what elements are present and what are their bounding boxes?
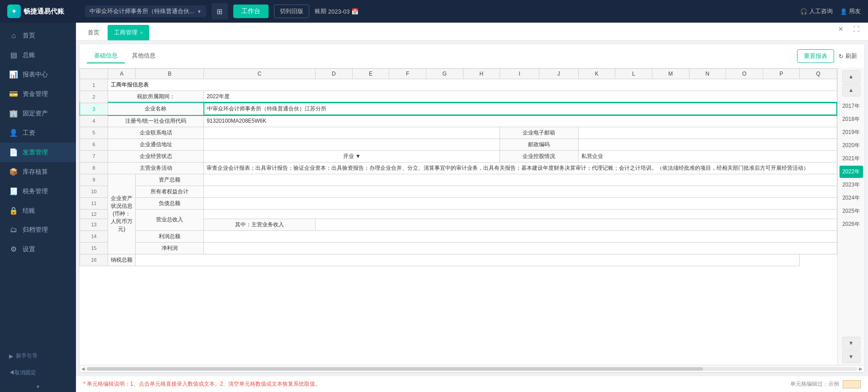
table-title-cell[interactable]: 工商年报信息表: [108, 79, 837, 91]
main-biz-value[interactable]: 审查企业会计报表；出具审计报告；验证企业资本；出具验资报告；办理企业合并、分立、…: [204, 162, 837, 174]
total-tax-value[interactable]: [136, 254, 800, 266]
topbar: ✦ 畅捷通易代账 中审众环会计师事务所（特殊普通合伙... ▼ ⊞ 工作台 切到…: [0, 0, 868, 23]
scroll-left-icon[interactable]: ◀: [81, 366, 85, 371]
sidebar-scroll-down[interactable]: ▼: [0, 381, 76, 392]
year-item-2021[interactable]: 2021年: [840, 153, 863, 165]
reg-no-value[interactable]: 91320100MA208E5W6K: [204, 115, 837, 127]
year-nav-up2[interactable]: ▲: [842, 84, 860, 96]
table-row: 3 企业名称 中审众环会计师事务所（特殊普通合伙）江苏分所: [80, 103, 837, 115]
tab-bizreg-label: 工商管理: [114, 29, 137, 37]
sidebar-item-salary[interactable]: 👤 工资: [0, 123, 76, 143]
year-item-2017[interactable]: 2017年: [840, 100, 863, 112]
sidebar-item-funds[interactable]: 💳 资金管理: [0, 84, 76, 104]
year-nav-up[interactable]: ▲: [842, 70, 860, 83]
equity-value[interactable]: [204, 186, 837, 197]
sub-tab-basic[interactable]: 基础信息: [87, 49, 125, 63]
row-num: 16: [80, 254, 108, 266]
tab-bizreg[interactable]: 工商管理 ×: [108, 25, 149, 40]
col-header-p: P: [763, 69, 800, 79]
table-row: 11 负债总额: [80, 197, 837, 209]
company-name-value[interactable]: 中审众环会计师事务所（特殊普通合伙）江苏分所: [204, 103, 837, 115]
bottom-scroll[interactable]: ◀ ▶: [80, 365, 864, 372]
reports-icon: 📊: [9, 70, 18, 79]
scroll-track[interactable]: [87, 367, 857, 371]
sidebar-item-assets[interactable]: 🏢 固定资产: [0, 104, 76, 123]
year-nav-down[interactable]: ▼: [842, 337, 860, 349]
user-menu[interactable]: 👤 用友: [840, 7, 861, 15]
row-num: 15: [80, 242, 108, 254]
phone-value[interactable]: [204, 127, 500, 139]
unpin-toggle[interactable]: ◀取消固定: [0, 364, 76, 381]
sidebar-label-ledger: 总账: [23, 51, 35, 59]
service-button[interactable]: 🎧 人工咨询: [800, 7, 833, 15]
postal-value[interactable]: [578, 139, 837, 150]
biz-status-value[interactable]: 开业 ▼: [204, 150, 500, 162]
year-item-2025[interactable]: 2025年: [840, 205, 863, 217]
reset-button[interactable]: 重置报表: [797, 49, 834, 63]
workbench-button[interactable]: 工作台: [233, 5, 269, 18]
year-item-2019[interactable]: 2019年: [840, 126, 863, 139]
sidebar-item-close[interactable]: 🔒 结账: [0, 201, 76, 220]
year-item-2020[interactable]: 2020年: [840, 139, 863, 152]
row-num: 6: [80, 139, 108, 150]
topbar-right: 🎧 人工咨询 👤 用友: [800, 7, 861, 15]
period-display: 账期 2023-03 📅: [315, 7, 359, 15]
address-value[interactable]: [204, 139, 500, 150]
row-num: 11: [80, 197, 108, 209]
email-value[interactable]: [578, 127, 837, 139]
old-version-button[interactable]: 切到旧版: [274, 5, 309, 18]
year-item-2022[interactable]: 2022年: [840, 166, 863, 178]
toolbar-right: 重置报表 ↻ 刷新: [797, 49, 857, 63]
col-header-e: E: [352, 69, 389, 79]
sidebar-item-archive[interactable]: 🗂 归档管理: [0, 220, 76, 239]
sidebar-item-settings[interactable]: ⚙ 设置: [0, 239, 76, 259]
sidebar-item-ledger[interactable]: ▤ 总账: [0, 45, 76, 65]
new-guide-toggle[interactable]: ▶ 新手引导: [0, 348, 76, 364]
edit-sample-box: [843, 380, 861, 388]
tax-period-value[interactable]: 2022年度: [204, 91, 837, 103]
company-icon-btn[interactable]: ⊞: [212, 3, 228, 19]
tab-home-label: 首页: [88, 29, 99, 37]
tab-home[interactable]: 首页: [81, 25, 106, 40]
table-row: 12 营业总收入: [80, 209, 837, 219]
net-profit-label: 净利润: [136, 242, 204, 254]
year-item-2018[interactable]: 2018年: [840, 113, 863, 125]
year-item-2024[interactable]: 2024年: [840, 192, 863, 204]
year-nav-down2[interactable]: ▼: [842, 350, 860, 363]
sidebar-item-reports[interactable]: 📊 报表中心: [0, 65, 76, 84]
col-header-h: H: [463, 69, 500, 79]
table-row: 2 税款所属期间： 2022年度: [80, 91, 837, 103]
sub-tab-other[interactable]: 其他信息: [125, 49, 163, 63]
year-item-2023[interactable]: 2023年: [840, 179, 863, 191]
refresh-button[interactable]: ↻ 刷新: [839, 52, 857, 60]
company-selector[interactable]: 中审众环会计师事务所（特殊普通合伙... ▼: [85, 5, 206, 17]
row-num: 4: [80, 115, 108, 127]
total-assets-value[interactable]: [204, 174, 837, 186]
sidebar-label-invoice: 发票管理: [23, 148, 48, 157]
expand-button[interactable]: ⛶: [850, 23, 863, 35]
sidebar-label-close: 结账: [23, 207, 35, 215]
scroll-thumb[interactable]: [87, 367, 703, 371]
scroll-right-icon[interactable]: ▶: [859, 366, 863, 371]
col-header-i: I: [500, 69, 539, 79]
revenue-value[interactable]: [204, 209, 837, 219]
sidebar-label-reports: 报表中心: [23, 71, 48, 79]
year-item-2026[interactable]: 2026年: [840, 218, 863, 230]
corner-cell: [80, 69, 108, 79]
row-num: 1: [80, 79, 108, 91]
tab-close-icon[interactable]: ×: [140, 30, 143, 35]
calendar-icon[interactable]: 📅: [351, 8, 359, 15]
close-button[interactable]: ✕: [835, 23, 847, 35]
holding-value[interactable]: 私营企业: [578, 150, 837, 162]
liabilities-value[interactable]: [204, 197, 837, 209]
sidebar-item-inventory[interactable]: 📦 库存核算: [0, 162, 76, 182]
sidebar-item-home[interactable]: ⌂ 首页: [0, 26, 76, 45]
grid-wrapper[interactable]: A B C D E F G H I J: [80, 68, 837, 365]
main-revenue-value[interactable]: [316, 219, 837, 230]
sidebar-item-tax[interactable]: 🧾 税务管理: [0, 182, 76, 201]
table-row: 16 纳税总额: [80, 254, 837, 266]
sidebar-label-tax: 税务管理: [23, 187, 48, 196]
net-profit-value[interactable]: [204, 242, 837, 254]
total-profit-value[interactable]: [204, 230, 837, 242]
sidebar-item-invoice[interactable]: 📄 发票管理: [0, 143, 76, 162]
